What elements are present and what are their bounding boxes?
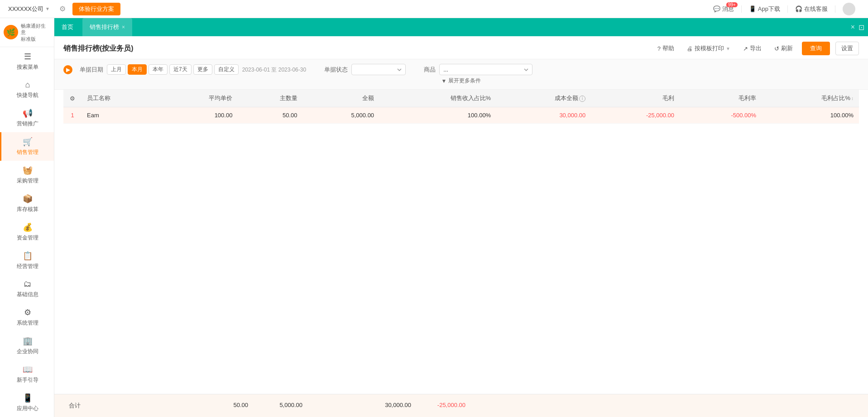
expand-label: 展开更多条件 [448,77,481,85]
sidebar-label-purchase: 采购管理 [17,177,38,185]
messages-button[interactable]: 💬 消息 99+ [713,5,734,13]
date-btn-本年[interactable]: 本年 [149,64,168,75]
cost-info-icon[interactable]: i [579,96,585,102]
filter-collapse-arrow[interactable]: ▶ [63,65,72,74]
footer-total-label: 合计 [69,402,81,409]
print-arrow: ▼ [726,46,730,51]
sidebar-label-operations: 经营管理 [17,263,38,270]
goods-input[interactable] [439,64,532,75]
cell-amount: 5,000.00 [303,107,380,124]
tab-close-icon[interactable]: × [122,24,125,30]
sidebar-icon-sales: 🛒 [23,137,33,147]
sidebar-item-finance[interactable]: 💰资金管理 [0,218,54,246]
print-button[interactable]: 🖨 按模板打印 ▼ [683,43,734,54]
cell-sales-pct: 100.00% [379,107,496,124]
print-label: 按模板打印 [695,44,724,53]
sort-icon: ↕ [851,96,854,101]
footer-label: 合计 [63,399,163,412]
settings-button[interactable]: 设置 [835,42,859,55]
date-btn-上月[interactable]: 上月 [107,64,126,75]
top-right-area: 💬 消息 99+ 📱 App下载 🎧 在线客服 [713,3,863,15]
goods-filter: 商品 [424,64,532,75]
footer-profit-rate [471,399,525,412]
settings-icon[interactable]: ⚙ [56,3,69,15]
col-name: 员工名称 [82,90,160,107]
footer-main-qty: 50.00 [208,399,254,412]
page-header: 销售排行榜(按业务员) ? 帮助 🖨 按模板打印 ▼ ↗ 导出 [54,36,868,59]
tab-bar: 首页 销售排行榜 × × ⊡ [54,18,868,36]
tab-home[interactable]: 首页 [54,18,81,36]
sidebar-label-app-center: 应用中心 [17,405,38,412]
table-area: ⚙ 员工名称 平均单价 主数量 全额 销售收入占比% 成本全额i 毛利 毛利率 [54,90,868,394]
sidebar-item-purchase[interactable]: 🧺采购管理 [0,161,54,189]
sidebar-item-basic-info[interactable]: 🗂基础信息 [0,275,54,303]
expand-row: ▼ 展开更多条件 [63,75,859,85]
sidebar-item-sales[interactable]: 🛒销售管理 [0,132,54,161]
col-main-qty: 主数量 [238,90,302,107]
date-btn-更多[interactable]: 更多 [193,64,212,75]
date-btn-自定义[interactable]: 自定义 [214,64,239,75]
status-label: 单据状态 [324,66,348,74]
sidebar-item-guide[interactable]: 📖新手引导 [0,360,54,388]
sidebar-label-quick-nav: 快捷导航 [17,91,38,99]
avatar[interactable] [843,3,855,15]
online-service-button[interactable]: 🎧 在线客服 [795,5,828,13]
window-close-button[interactable]: × [851,23,855,31]
date-btn-本月[interactable]: 本月 [128,64,147,75]
table-header: ⚙ 员工名称 平均单价 主数量 全额 销售收入占比% 成本全额i 毛利 毛利率 [63,90,859,107]
company-selector[interactable]: XXXXXX公司 ▼ [5,4,53,14]
expand-down-icon: ▼ [441,78,447,84]
print-icon: 🖨 [687,45,693,52]
sidebar-item-app-center[interactable]: 📱应用中心 [0,388,54,417]
sidebar-label-inventory: 库存核算 [17,206,38,213]
page-content: 销售排行榜(按业务员) ? 帮助 🖨 按模板打印 ▼ ↗ 导出 [54,36,868,417]
sidebar-item-operations[interactable]: 📋经营管理 [0,246,54,275]
page-actions: ? 帮助 🖨 按模板打印 ▼ ↗ 导出 ↺ 刷新 [654,42,859,55]
sidebar-icon-purchase: 🧺 [23,165,33,175]
refresh-label: 刷新 [781,44,793,53]
cell-main-qty: 50.00 [238,107,302,124]
sidebar-label-guide: 新手引导 [17,376,38,384]
expand-button[interactable]: ▼ 展开更多条件 [441,77,481,85]
query-button[interactable]: 查询 [802,42,830,55]
message-badge: 99+ [726,2,738,7]
export-button[interactable]: ↗ 导出 [739,43,765,54]
date-label: 单据日期 [80,66,103,74]
chevron-down-icon: ▼ [45,6,50,11]
sidebar-item-search-order[interactable]: ☰搜索菜单 [0,47,54,76]
date-btn-近7天[interactable]: 近7天 [169,64,192,75]
cell-cost: 30,000.00 [496,107,591,124]
col-avg-price: 平均单价 [160,90,238,107]
help-icon: ? [657,45,661,52]
sidebar-item-quick-nav[interactable]: ⌂快捷导航 [0,76,54,104]
sidebar: 🌿 畅康通好生意 标准版 ☰搜索菜单⌂快捷导航📢营销推广🛒销售管理🧺采购管理📦库… [0,18,54,417]
sidebar-icon-search-order: ☰ [24,52,31,62]
sidebar-item-inventory[interactable]: 📦库存核算 [0,189,54,218]
sidebar-item-marketing[interactable]: 📢营销推广 [0,104,54,132]
col-profit: 毛利 [591,90,680,107]
sidebar-item-system[interactable]: ⚙系统管理 [0,303,54,331]
phone-icon: 📱 [749,5,756,12]
logo-line1: 畅康通好生意 [21,23,50,36]
cell-profit-pct: 100.00% [762,107,859,124]
window-restore-button[interactable]: ⊡ [858,23,864,32]
col-profit-pct: 毛利占比%↕ [762,90,859,107]
table-footer: 合计 50.00 5,000.00 30,000.00 -25,000.00 [54,394,868,417]
sidebar-label-basic-info: 基础信息 [17,291,38,298]
refresh-button[interactable]: ↺ 刷新 [771,43,796,54]
app-download-button[interactable]: 📱 App下载 [749,5,780,13]
tab-sales-ranking[interactable]: 销售排行榜 × [82,18,132,36]
goods-label: 商品 [424,66,436,74]
sidebar-icon-enterprise: 🏢 [23,336,33,346]
sidebar-icon-marketing: 📢 [23,108,33,118]
status-select[interactable] [351,64,406,75]
industry-button[interactable]: 体验行业方案 [72,3,120,15]
sidebar-item-enterprise[interactable]: 🏢企业协同 [0,331,54,360]
sidebar-label-enterprise: 企业协同 [17,348,38,355]
sidebar-icon-finance: 💰 [23,222,33,232]
divider3 [835,5,835,13]
sidebar-icon-system: ⚙ [24,307,31,317]
help-button[interactable]: ? 帮助 [654,43,678,54]
col-settings[interactable]: ⚙ [63,90,82,107]
table-row: 1 Eam 100.00 50.00 5,000.00 100.00% 30,0… [63,107,859,124]
